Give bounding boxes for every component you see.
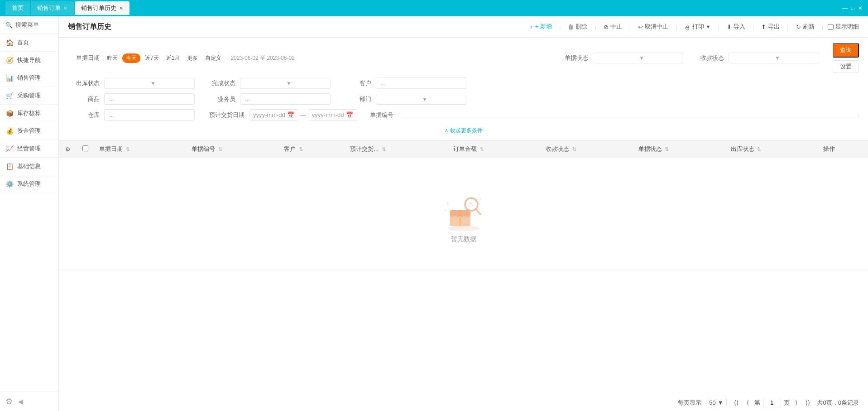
svg-point-5: [467, 200, 475, 208]
date-filter-control: 昨天 今天 近7天 近1月 更多 自定义 2023-06-02 至 2023-0…: [104, 53, 556, 63]
order-no-input[interactable]: [398, 113, 859, 117]
window-close[interactable]: ✕: [858, 5, 863, 11]
sidebar-item-purchase[interactable]: 🛒 采购管理: [0, 87, 58, 105]
settings-btn[interactable]: 设置: [833, 60, 859, 73]
date-filter-label: 单据日期: [68, 54, 104, 62]
export-icon: ⬆: [761, 24, 766, 30]
order-status-select[interactable]: ▼: [593, 53, 683, 63]
tab-sales-order[interactable]: 销售订单 ✕: [31, 1, 74, 15]
window-restore[interactable]: □: [851, 5, 854, 11]
pagination-last-btn[interactable]: ⟩⟩: [803, 398, 813, 407]
tab-sales-order-history[interactable]: 销售订单历史 ✕: [75, 1, 129, 15]
sort-delivery-icon[interactable]: ⇅: [382, 146, 386, 152]
department-arrow-icon: ▼: [422, 96, 462, 102]
sidebar-item-inventory[interactable]: 📦 库存核算: [0, 105, 58, 122]
outbound-select[interactable]: ▼: [104, 78, 195, 89]
sort-receipt-icon[interactable]: ⇅: [572, 146, 576, 152]
date-1month-btn[interactable]: 近1月: [163, 53, 183, 63]
toolbar-add-btn[interactable]: + + 新增: [527, 21, 555, 33]
th-settings[interactable]: ⚙: [59, 140, 77, 158]
page-title: 销售订单历史: [68, 22, 111, 32]
cancel-stop-icon: ↩: [638, 24, 643, 30]
sort-date-icon[interactable]: ⇅: [126, 146, 130, 152]
pagination-prev-btn[interactable]: ⟨: [744, 398, 752, 407]
sales-icon: 📊: [5, 74, 14, 82]
basic-icon: 📋: [5, 162, 14, 170]
toolbar-delete-btn[interactable]: 🗑 删除: [565, 21, 590, 33]
pagination-page-input[interactable]: [763, 398, 781, 407]
delivery-end-date[interactable]: yyyy-mm-dd 📅: [308, 109, 357, 121]
sort-order-status-icon[interactable]: ⇅: [665, 146, 669, 152]
warehouse-input[interactable]: ...: [104, 109, 195, 121]
filter-row-1: 单据日期 昨天 今天 近7天 近1月 更多 自定义 2023-06-02 至 2…: [68, 43, 859, 73]
settings-icon[interactable]: ⚙: [65, 146, 71, 153]
sort-outbound-icon[interactable]: ⇅: [757, 146, 761, 152]
toolbar-export-btn[interactable]: ⬆ 导出: [758, 21, 782, 33]
toolbar-stop-btn[interactable]: ⊘ 中止: [601, 21, 625, 33]
goods-input[interactable]: ...: [104, 93, 195, 105]
department-select[interactable]: ▼: [376, 94, 466, 105]
date-custom-btn[interactable]: 自定义: [202, 53, 224, 63]
pagination-first-btn[interactable]: ⟨⟨: [731, 398, 741, 407]
sidebar-item-operation[interactable]: 📈 经营管理: [0, 140, 58, 158]
salesperson-input[interactable]: ...: [240, 93, 331, 105]
tab-sales-order-label: 销售订单: [37, 4, 61, 12]
toolbar-cancel-stop-btn[interactable]: ↩ 取消中止: [635, 21, 671, 33]
select-all-checkbox[interactable]: [82, 145, 88, 151]
date-more-btn[interactable]: 更多: [184, 53, 201, 63]
sidebar-search[interactable]: 🔍 搜索菜单: [0, 16, 58, 34]
date-quick-btns: 昨天 今天 近7天 近1月 更多 自定义: [104, 53, 224, 63]
complete-select[interactable]: ▼: [240, 78, 331, 89]
delivery-start-date[interactable]: yyyy-mm-dd 📅: [249, 109, 298, 121]
tab-home[interactable]: 首页: [5, 1, 30, 15]
import-icon: ⬇: [727, 24, 732, 30]
date-today-btn[interactable]: 今天: [122, 53, 140, 63]
sidebar-item-home-label: 首页: [17, 39, 29, 47]
calendar-end-icon[interactable]: 📅: [346, 111, 353, 118]
empty-illustration: [439, 185, 489, 235]
sort-amount-icon[interactable]: ⇅: [480, 146, 484, 152]
toolbar-import-btn[interactable]: ⬇ 导入: [724, 21, 748, 33]
sidebar-item-home[interactable]: 🏠 首页: [0, 34, 58, 52]
toolbar-print-btn[interactable]: 🖨 打印 ▼: [682, 21, 714, 33]
sort-no-icon[interactable]: ⇅: [218, 146, 222, 152]
tab-home-label: 首页: [12, 4, 24, 12]
customer-input[interactable]: ...: [376, 77, 466, 89]
date-yesterday-btn[interactable]: 昨天: [104, 53, 120, 63]
sidebar-collapse-btn[interactable]: ◀: [18, 398, 23, 405]
empty-state-row: 暂无数据: [59, 158, 868, 271]
collapse-filter-btn[interactable]: ∧ 收起更多条件: [68, 125, 859, 135]
show-detail-label: 显示明细: [835, 23, 859, 31]
sort-customer-icon[interactable]: ⇅: [299, 146, 303, 152]
sidebar-item-sales[interactable]: 📊 销售管理: [0, 69, 58, 87]
pagination-next-btn[interactable]: ⟩: [792, 398, 800, 407]
sidebar-item-system[interactable]: ⚙️ 系统管理: [0, 175, 58, 193]
show-detail-checkbox[interactable]: 显示明细: [828, 23, 859, 31]
date-7days-btn[interactable]: 近7天: [142, 53, 162, 63]
inventory-icon: 📦: [5, 109, 14, 117]
sidebar-item-basic[interactable]: 📋 基础信息: [0, 158, 58, 175]
tab-sales-order-close[interactable]: ✕: [63, 5, 67, 11]
receipt-status-select[interactable]: ▼: [729, 53, 819, 63]
th-checkbox[interactable]: [77, 140, 94, 158]
print-icon: 🖨: [685, 24, 691, 30]
tab-sales-order-history-close[interactable]: ✕: [119, 5, 123, 11]
per-page-select[interactable]: 50 ▼: [706, 398, 726, 407]
th-delivery: 预计交货... ⇅: [345, 140, 448, 158]
toolbar-refresh-btn[interactable]: ↻ 刷新: [793, 21, 817, 33]
filter-row-3: 商品 ... 业务员 ... 部门 ▼: [68, 93, 859, 105]
sidebar-settings-btn[interactable]: ⚙: [5, 396, 13, 406]
outbound-arrow-icon: ▼: [150, 80, 191, 87]
window-minimize[interactable]: —: [842, 5, 848, 11]
department-label: 部门: [340, 95, 376, 103]
sidebar-item-nav[interactable]: 🧭 快捷导航: [0, 52, 58, 69]
operation-icon: 📈: [5, 145, 14, 153]
calendar-start-icon[interactable]: 📅: [287, 111, 294, 118]
sidebar-item-finance[interactable]: 💰 资金管理: [0, 122, 58, 140]
sidebar: 🔍 搜索菜单 🏠 首页 🧭 快捷导航 📊 销售管理 🛒 采购管理 📦 库存核算 …: [0, 16, 59, 411]
show-detail-input[interactable]: [828, 24, 834, 30]
svg-point-0: [448, 226, 480, 231]
query-btn[interactable]: 查询: [833, 43, 859, 58]
print-arrow-icon: ▼: [706, 24, 711, 29]
sidebar-search-label: 搜索菜单: [15, 21, 39, 29]
